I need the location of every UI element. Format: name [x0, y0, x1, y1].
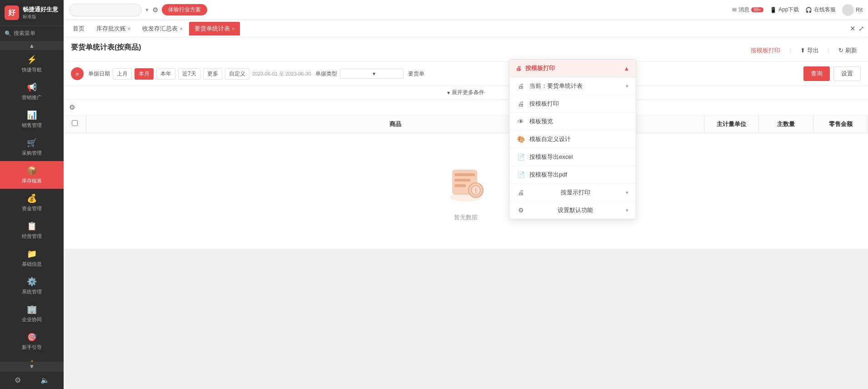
select-all-checkbox[interactable]	[72, 120, 78, 126]
dropdown-item-template-custom[interactable]: 🎨 模板自定义设计	[509, 131, 636, 148]
date-btn-last-7-days[interactable]: 近7天	[178, 68, 200, 80]
action-divider1: |	[789, 47, 791, 54]
current-template-label: 当前：要货单统计表	[529, 82, 583, 90]
dropdown-item-template-print[interactable]: 🖨 按模板打印	[509, 95, 636, 113]
dropdown-item-export-pdf[interactable]: 📄 按模板导出pdf	[509, 166, 636, 184]
table-settings-icon[interactable]: ⚙	[69, 103, 75, 111]
volume-icon[interactable]: 🔈	[40, 376, 50, 384]
filter-bar: » 单据日期 上月 本月 本年 近7天 更多 自定义 2023-06-01 至 …	[64, 62, 868, 86]
phone-icon: 📱	[770, 7, 777, 13]
trial-button[interactable]: 体验行业方案	[162, 4, 207, 15]
guide-label: 新手引导	[22, 344, 42, 351]
display-print-label: 按显示打印	[561, 188, 590, 197]
order-type-label: 单据类型	[315, 70, 337, 78]
th-amount: 零售金额	[813, 116, 868, 133]
inventory-icon: 📦	[27, 166, 37, 176]
app-download-button[interactable]: 📱 App下载	[770, 6, 799, 14]
tab-inventory-batch-close[interactable]: ×	[128, 26, 130, 31]
topbar-dropdown-icon[interactable]: ▾	[145, 6, 149, 13]
dropdown-header[interactable]: 🖨 按模板打印 ▲	[509, 60, 636, 77]
user-avatar-area[interactable]: Rit	[842, 4, 863, 16]
sidebar: 好 畅捷通好生意 标准版 🔍 搜索菜单 ▲ ⚡ 快捷导航 📢 营销推广 📊 销售…	[0, 0, 64, 389]
topbar-gear-icon[interactable]: ⚙	[152, 6, 158, 14]
sidebar-logo: 好 畅捷通好生意 标准版	[0, 0, 64, 26]
refresh-button[interactable]: ↻ 刷新	[835, 45, 861, 56]
sidebar-item-inventory[interactable]: 📦 库存核算	[0, 161, 64, 189]
sidebar-item-basic[interactable]: 📁 基础信息	[0, 244, 64, 272]
tab-order-stats[interactable]: 要货单统计表 ×	[189, 22, 240, 35]
app-download-label: App下载	[778, 6, 799, 14]
date-btn-last-month[interactable]: 上月	[113, 68, 132, 80]
expand-more-button[interactable]: ▾ 展开更多条件	[64, 86, 868, 100]
dropdown-item-display-print[interactable]: 🖨 按显示打印 ▾	[509, 184, 636, 202]
sidebar-item-operations[interactable]: 📋 经营管理	[0, 217, 64, 244]
tab-maximize-button[interactable]: ⤢	[858, 25, 864, 33]
dropdown-item-current[interactable]: 🖨 当前：要货单统计表 ▾	[509, 77, 636, 95]
dropdown-item-set-default[interactable]: ⚙ 设置默认功能 ▾	[509, 202, 636, 219]
messages-button[interactable]: ✉ 消息 99+	[732, 6, 763, 14]
sidebar-item-quick-nav[interactable]: ⚡ 快捷导航	[0, 50, 64, 78]
template-preview-icon: 👁	[517, 118, 525, 125]
sidebar-item-purchase[interactable]: 🛒 采购管理	[0, 133, 64, 161]
purchase-label: 采购管理	[22, 150, 42, 157]
tab-receipt-summary[interactable]: 收发存汇总表 ×	[137, 22, 188, 35]
tab-receipt-summary-label: 收发存汇总表	[142, 25, 178, 33]
action-divider2: |	[828, 47, 829, 54]
filter-expand-button[interactable]: »	[71, 67, 84, 80]
dropdown-item-template-preview[interactable]: 👁 模板预览	[509, 113, 636, 131]
search-menu-label: 搜索菜单	[14, 30, 35, 37]
settings-button[interactable]: 设置	[833, 66, 861, 81]
export-icon: ⬆	[800, 47, 805, 54]
template-print-label: 按模板打印	[529, 100, 559, 108]
template-custom-icon: 🎨	[517, 136, 525, 143]
page-top: 要货单统计表(按商品) 按模板打印 | ⬆ 导出 | ↻ 刷新	[64, 37, 868, 62]
date-btn-more[interactable]: 更多	[203, 68, 222, 80]
date-btn-custom[interactable]: 自定义	[225, 68, 249, 80]
export-button[interactable]: ⬆ 导出	[797, 45, 823, 56]
settings-icon[interactable]: ⚙	[15, 376, 21, 384]
system-label: 系统管理	[22, 288, 42, 295]
th-amount-label: 零售金额	[829, 121, 853, 127]
th-checkbox	[64, 116, 86, 133]
query-button[interactable]: 查询	[803, 66, 830, 81]
table-header: 商品 主计量单位 主数量 零售金额	[64, 116, 868, 133]
date-btn-current-year[interactable]: 本年	[156, 68, 175, 80]
sidebar-item-marketing[interactable]: 📢 营销推广	[0, 78, 64, 106]
template-print-icon: 🖨	[517, 100, 525, 107]
sales-icon: 📊	[27, 110, 37, 120]
dropdown-item-export-excel[interactable]: 📄 按模板导出excel	[509, 148, 636, 166]
refresh-label: 刷新	[845, 46, 857, 55]
sidebar-item-system[interactable]: ⚙️ 系统管理	[0, 272, 64, 300]
marketing-label: 营销推广	[22, 94, 42, 101]
operations-label: 经营管理	[22, 233, 42, 240]
sidebar-scroll-up[interactable]: ▲	[0, 41, 64, 50]
tab-order-stats-close[interactable]: ×	[232, 26, 234, 31]
tab-close-all-button[interactable]: ✕	[850, 25, 856, 33]
export-excel-label: 按模板导出excel	[529, 153, 573, 161]
username: Rit	[856, 7, 863, 13]
operations-icon: 📋	[27, 221, 37, 231]
online-service-label: 在线客服	[814, 6, 836, 14]
logo-icon: 好	[5, 5, 19, 20]
goods-label: 要货单	[408, 70, 424, 78]
sidebar-item-sales[interactable]: 📊 销售管理	[0, 106, 64, 133]
date-btn-current-month[interactable]: 本月	[135, 68, 154, 80]
template-custom-label: 模板自定义设计	[529, 135, 571, 143]
tabs: 首页 库存批次账 × 收发存汇总表 × 要货单统计表 × ✕ ⤢	[64, 20, 868, 37]
topbar-search-input[interactable]	[69, 4, 142, 16]
empty-state: 暂无数据	[64, 133, 868, 249]
sidebar-item-appstore[interactable]: 🔔 应用中心	[0, 355, 64, 362]
print-template-button[interactable]: 按模板打印	[747, 45, 784, 56]
order-type-select[interactable]: ▾	[340, 69, 404, 79]
sidebar-scroll-down[interactable]: ▼	[0, 362, 64, 371]
tab-inventory-batch[interactable]: 库存批次账 ×	[91, 22, 136, 35]
sidebar-item-finance[interactable]: 💰 资金管理	[0, 189, 64, 217]
tab-receipt-summary-close[interactable]: ×	[180, 26, 182, 31]
template-preview-label: 模板预览	[529, 117, 553, 126]
tab-home[interactable]: 首页	[67, 22, 90, 35]
search-menu[interactable]: 🔍 搜索菜单	[0, 26, 64, 41]
online-service-button[interactable]: 🎧 在线客服	[805, 6, 836, 14]
table-toolbar: ⚙	[64, 100, 868, 116]
sidebar-item-enterprise[interactable]: 🏢 企业协同	[0, 300, 64, 328]
sidebar-item-guide[interactable]: 🎯 新手引导	[0, 328, 64, 355]
